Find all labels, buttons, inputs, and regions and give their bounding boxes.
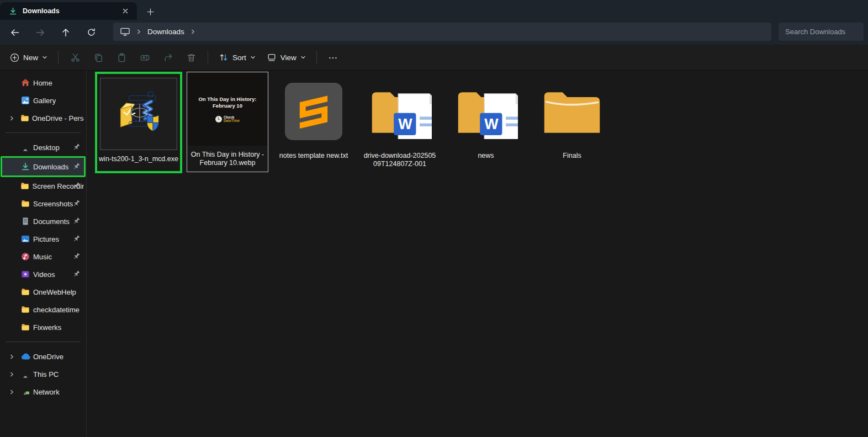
refresh-button[interactable]: [82, 24, 100, 41]
address-bar[interactable]: Downloads: [113, 23, 771, 41]
sidebar-item-home[interactable]: Home: [2, 74, 84, 92]
expand-chevron-icon[interactable]: [9, 354, 21, 360]
paste-icon: [117, 52, 127, 63]
breadcrumb-chevron-icon[interactable]: [190, 29, 196, 35]
folder-icon: [540, 84, 604, 139]
exe-thumbnail-frame: [100, 78, 177, 150]
pictures-icon: [21, 235, 33, 243]
sidebar-item-label: Videos: [33, 270, 55, 279]
sidebar-item-gallery[interactable]: Gallery: [2, 92, 84, 109]
share-icon: [163, 52, 173, 63]
network-icon: [21, 387, 33, 396]
downloads-highlight-box: Downloads: [1, 156, 86, 177]
expand-chevron-icon[interactable]: [9, 115, 20, 121]
navigation-pane: Home Gallery OneDrive - Persona: [0, 71, 87, 437]
file-list-area[interactable]: win-ts200-1_3-n_mcd.exe On This Day in H…: [87, 71, 868, 437]
file-explorer-window: Downloads: [0, 0, 868, 437]
view-button-label: View: [280, 54, 297, 62]
tab-close-button[interactable]: [118, 5, 133, 17]
plus-icon: [147, 8, 154, 15]
folder-drive-download[interactable]: drive-download-20250509T124807Z-001: [359, 72, 441, 168]
share-button[interactable]: [156, 47, 179, 67]
sidebar-item-screenshots[interactable]: Screenshots: [2, 195, 84, 212]
file-win-ts200-exe[interactable]: win-ts200-1_3-n_mcd.exe: [97, 74, 180, 163]
folder-with-documents-icon: [368, 84, 432, 139]
file-name: drive-download-20250509T124807Z-001: [362, 152, 437, 168]
sidebar-item-label: Gallery: [33, 97, 56, 105]
view-icon: [267, 52, 277, 62]
file-notes-template-txt[interactable]: notes template new.txt: [273, 72, 354, 160]
sidebar-item-onewebhelp[interactable]: OneWebHelp: [2, 283, 84, 301]
sidebar-item-label: Music: [33, 253, 52, 261]
trash-icon: [186, 52, 197, 63]
expand-chevron-icon[interactable]: [9, 371, 21, 377]
sidebar-item-label: Home: [33, 79, 52, 87]
more-options-button[interactable]: ···: [322, 47, 345, 67]
folder-icon: [21, 305, 33, 314]
folder-icon: [21, 199, 33, 208]
pin-icon: [72, 270, 81, 280]
sidebar-item-label: Desktop: [33, 143, 60, 152]
sidebar-item-downloads[interactable]: Downloads: [2, 158, 84, 175]
sidebar-item-fixwerks[interactable]: Fixwerks: [2, 318, 84, 336]
search-box[interactable]: [779, 23, 864, 41]
sidebar-item-label: OneWebHelp: [33, 288, 76, 296]
desktop-icon: [21, 143, 33, 152]
sidebar-item-screen-recordings[interactable]: Screen Recordin: [2, 177, 84, 195]
back-button[interactable]: [6, 24, 24, 41]
forward-button[interactable]: [31, 24, 50, 41]
downloads-tab-icon: [9, 7, 17, 15]
this-pc-icon[interactable]: [120, 27, 130, 36]
toolbar-divider: [316, 51, 317, 64]
delete-button[interactable]: [179, 47, 203, 67]
sidebar-item-label: OneDrive: [33, 353, 63, 361]
back-arrow-icon: [9, 27, 20, 38]
toolbar-divider: [208, 51, 208, 64]
folder-icon: [21, 323, 33, 332]
view-button[interactable]: View: [261, 47, 311, 67]
sidebar-item-this-pc[interactable]: This PC: [2, 365, 84, 383]
up-button[interactable]: [56, 24, 75, 41]
sidebar-item-onedrive[interactable]: OneDrive: [2, 348, 84, 365]
sidebar-item-checkdatetime[interactable]: checkdatetime: [2, 301, 84, 318]
explorer-tab[interactable]: Downloads: [0, 2, 137, 20]
folder-news[interactable]: news: [445, 72, 527, 160]
sidebar-item-documents[interactable]: Documents: [2, 212, 84, 230]
videos-icon: [21, 270, 33, 279]
file-name: notes template new.txt: [279, 152, 348, 160]
sort-button[interactable]: Sort: [213, 47, 261, 67]
sidebar-item-videos[interactable]: Videos: [2, 265, 84, 283]
file-name: news: [478, 152, 494, 160]
cut-icon: [70, 52, 81, 63]
sidebar-item-onedrive-personal[interactable]: OneDrive - Persona: [2, 109, 84, 127]
file-name: win-ts200-1_3-n_mcd.exe: [99, 155, 178, 163]
new-button[interactable]: New: [4, 47, 53, 67]
pin-icon: [72, 143, 81, 153]
breadcrumb-chevron-icon: [136, 29, 142, 35]
paste-button[interactable]: [110, 47, 133, 67]
up-arrow-icon: [60, 27, 71, 38]
folder-icon: [20, 114, 32, 122]
sidebar-item-network[interactable]: Network: [2, 383, 84, 401]
expand-chevron-icon[interactable]: [9, 389, 21, 395]
sidebar-item-pictures[interactable]: Pictures: [2, 230, 84, 248]
file-name: On This Day in History - February 10.web…: [189, 151, 266, 167]
copy-button[interactable]: [87, 47, 110, 67]
pin-icon: [72, 217, 81, 227]
sidebar-item-desktop[interactable]: Desktop: [2, 138, 84, 156]
search-input[interactable]: [779, 28, 864, 36]
pin-icon: [72, 235, 81, 245]
sidebar-item-label: Fixwerks: [33, 323, 61, 332]
sidebar-item-music[interactable]: Music: [2, 248, 84, 265]
file-history-webp[interactable]: On This Day in History: February 10 Chec…: [187, 72, 268, 172]
chevron-down-icon: [42, 55, 47, 60]
rename-button[interactable]: [133, 47, 156, 67]
close-icon: [122, 8, 129, 14]
folder-with-documents-icon: [454, 84, 518, 139]
folder-finals[interactable]: Finals: [531, 72, 613, 160]
sidebar-divider: [6, 342, 81, 342]
thumbnail-text: On This Day in History:: [198, 96, 256, 103]
cut-button[interactable]: [63, 47, 87, 67]
new-tab-button[interactable]: [142, 5, 158, 18]
breadcrumb-downloads[interactable]: Downloads: [147, 28, 184, 36]
